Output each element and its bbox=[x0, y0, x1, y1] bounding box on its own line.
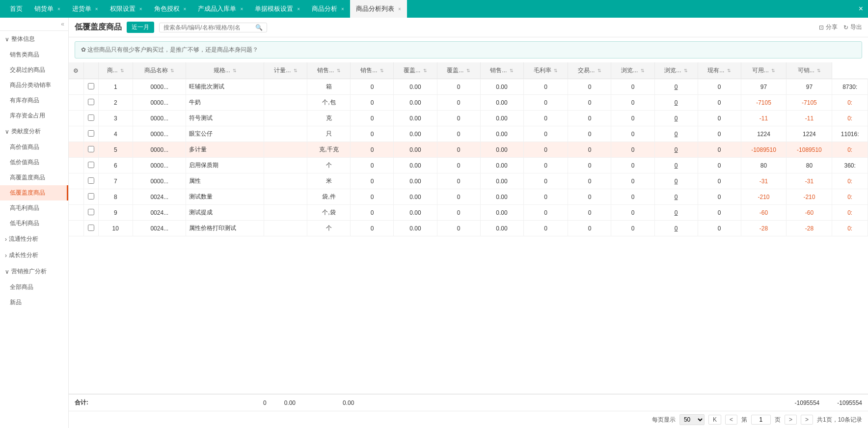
row-checkbox[interactable] bbox=[83, 189, 98, 205]
window-close-button[interactable]: × bbox=[859, 4, 863, 13]
sidebar-section-flow[interactable]: › 流通性分析 bbox=[0, 231, 68, 247]
coverage2-column-header[interactable]: 覆盖... ⇅ bbox=[437, 62, 480, 79]
date-filter-button[interactable]: 近一月 bbox=[127, 22, 154, 33]
sidebar-item-low-coverage[interactable]: 低覆盖度商品 bbox=[0, 185, 68, 200]
row-browse1[interactable]: 0 bbox=[654, 173, 698, 189]
next-page-button[interactable]: > bbox=[785, 415, 797, 425]
row-settings[interactable] bbox=[69, 173, 83, 189]
close-icon[interactable]: × bbox=[240, 6, 243, 12]
sidebar-section-growth[interactable]: › 成长性分析 bbox=[0, 247, 68, 263]
nav-tab-product-analysis-list[interactable]: 商品分析列表 × bbox=[350, 0, 407, 18]
row-browse1[interactable]: 0 bbox=[654, 95, 698, 111]
close-icon[interactable]: × bbox=[139, 6, 142, 12]
sidebar-section-marketing[interactable]: ∨ 营销推广分析 bbox=[0, 263, 68, 280]
row-checkbox[interactable] bbox=[83, 111, 98, 126]
close-icon[interactable]: × bbox=[341, 6, 344, 12]
row-gross-margin: 0 bbox=[568, 111, 611, 126]
browse2-column-header[interactable]: 浏览... ⇅ bbox=[654, 62, 698, 79]
sales-qty-column-header[interactable]: 销售... ⇅ bbox=[307, 62, 351, 79]
sidebar-item-in-stock[interactable]: 有库存商品 bbox=[0, 93, 68, 108]
row-browse1[interactable]: 0 bbox=[654, 221, 698, 236]
sidebar-item-stock-capital[interactable]: 库存资金占用 bbox=[0, 108, 68, 123]
row-checkbox[interactable] bbox=[83, 158, 98, 173]
sidebar-item-sales-goods[interactable]: 销售类商品 bbox=[0, 47, 68, 62]
sidebar-item-high-value[interactable]: 高价值商品 bbox=[0, 140, 68, 155]
sellable-column-header[interactable]: 可销... ⇅ bbox=[787, 62, 832, 79]
prev-page-button[interactable]: < bbox=[725, 415, 737, 425]
row-browse1[interactable]: 0 bbox=[654, 79, 698, 95]
sidebar-collapse-button[interactable]: « bbox=[0, 18, 68, 31]
row-browse1[interactable]: 0 bbox=[654, 126, 698, 142]
name-column-header[interactable]: 商品名称 ⇅ bbox=[133, 62, 186, 79]
row-sales-other: 0 bbox=[523, 173, 568, 189]
nav-tab-product-analysis[interactable]: 商品分析 × bbox=[306, 0, 350, 18]
nav-tab-purchase[interactable]: 进货单 × bbox=[66, 0, 104, 18]
close-icon[interactable]: × bbox=[184, 6, 187, 12]
unit-column-header[interactable]: 计量... ⇅ bbox=[264, 62, 307, 79]
gross-margin-column-header[interactable]: 毛利率 ⇅ bbox=[523, 62, 568, 79]
row-checkbox[interactable] bbox=[83, 95, 98, 111]
close-icon[interactable]: × bbox=[57, 6, 60, 12]
settings-column-header[interactable]: ⚙ bbox=[69, 62, 83, 79]
browse1-column-header[interactable]: 浏览... ⇅ bbox=[611, 62, 654, 79]
sidebar-section-overall[interactable]: ∨ 整体信息 bbox=[0, 31, 68, 47]
row-checkbox[interactable] bbox=[83, 205, 98, 221]
row-settings[interactable] bbox=[69, 79, 83, 95]
row-settings[interactable] bbox=[69, 221, 83, 236]
row-settings[interactable] bbox=[69, 111, 83, 126]
current-stock-column-header[interactable]: 现有... ⇅ bbox=[698, 62, 741, 79]
sidebar-item-low-margin[interactable]: 低毛利商品 bbox=[0, 216, 68, 231]
sales-other-column-header[interactable]: 销售... ⇅ bbox=[480, 62, 523, 79]
search-input[interactable] bbox=[163, 24, 253, 31]
sidebar-section-richness[interactable]: ∨ 类献度分析 bbox=[0, 123, 68, 140]
close-icon[interactable]: × bbox=[95, 6, 98, 12]
spec-column-header[interactable]: 规格... ⇅ bbox=[186, 62, 264, 79]
close-icon[interactable]: × bbox=[297, 6, 300, 12]
nav-tab-sales[interactable]: 销货单 × bbox=[28, 0, 66, 18]
row-checkbox[interactable] bbox=[83, 221, 98, 236]
sidebar-item-high-margin[interactable]: 高毛利商品 bbox=[0, 200, 68, 216]
row-settings[interactable] bbox=[69, 126, 83, 142]
row-settings[interactable] bbox=[69, 142, 83, 158]
sidebar-item-low-value[interactable]: 低价值商品 bbox=[0, 155, 68, 170]
row-settings[interactable] bbox=[69, 158, 83, 173]
code-column-header[interactable]: 商... ⇅ bbox=[98, 62, 133, 79]
row-browse1[interactable]: 0 bbox=[654, 205, 698, 221]
first-page-button[interactable]: K bbox=[708, 415, 721, 425]
transaction-column-header[interactable]: 交易... ⇅ bbox=[568, 62, 611, 79]
page-size-select[interactable]: 50 20 100 200 bbox=[679, 414, 705, 425]
sidebar-item-high-coverage[interactable]: 高覆盖度商品 bbox=[0, 170, 68, 185]
row-browse1[interactable]: 0 bbox=[654, 158, 698, 173]
share-button[interactable]: ⊡ 分享 bbox=[819, 23, 838, 31]
row-settings[interactable] bbox=[69, 205, 83, 221]
sidebar-item-category-sales-rate[interactable]: 商品分类动销率 bbox=[0, 78, 68, 93]
row-browse1[interactable]: 0 bbox=[654, 142, 698, 158]
search-icon[interactable]: 🔍 bbox=[255, 24, 263, 31]
row-checkbox[interactable] bbox=[83, 79, 98, 95]
last-page-button[interactable]: > bbox=[801, 415, 813, 425]
nav-tab-home[interactable]: 首页 bbox=[4, 0, 28, 18]
export-button[interactable]: ↻ 导出 bbox=[843, 23, 862, 31]
row-browse1[interactable]: 0 bbox=[654, 111, 698, 126]
row-browse1[interactable]: 0 bbox=[654, 189, 698, 205]
row-sales-qty: 0 bbox=[351, 95, 394, 111]
sidebar-item-traded-goods[interactable]: 交易过的商品 bbox=[0, 62, 68, 78]
nav-tab-product-warehouse[interactable]: 产成品入库单 × bbox=[192, 0, 249, 18]
table-container[interactable]: ⚙ 商... ⇅ 商品名称 ⇅ 规格... ⇅ 计量... ⇅ 销售... ⇅ … bbox=[69, 62, 868, 394]
sidebar-item-new-goods[interactable]: 新品 bbox=[0, 295, 68, 310]
close-icon[interactable]: × bbox=[398, 6, 401, 12]
available-column-header[interactable]: 可用... ⇅ bbox=[741, 62, 787, 79]
row-settings[interactable] bbox=[69, 189, 83, 205]
row-checkbox[interactable] bbox=[83, 173, 98, 189]
row-settings[interactable] bbox=[69, 95, 83, 111]
nav-tab-template[interactable]: 单据模板设置 × bbox=[249, 0, 306, 18]
page-number-input[interactable] bbox=[751, 415, 771, 425]
nav-tab-roles[interactable]: 角色授权 × bbox=[148, 0, 192, 18]
row-checkbox[interactable] bbox=[83, 126, 98, 142]
row-code: 0024... bbox=[133, 205, 186, 221]
nav-tab-permissions[interactable]: 权限设置 × bbox=[104, 0, 148, 18]
sidebar-item-all-goods[interactable]: 全部商品 bbox=[0, 280, 68, 295]
coverage1-column-header[interactable]: 覆盖... ⇅ bbox=[394, 62, 437, 79]
row-checkbox[interactable] bbox=[83, 142, 98, 158]
sales-amt-column-header[interactable]: 销售... ⇅ bbox=[351, 62, 394, 79]
